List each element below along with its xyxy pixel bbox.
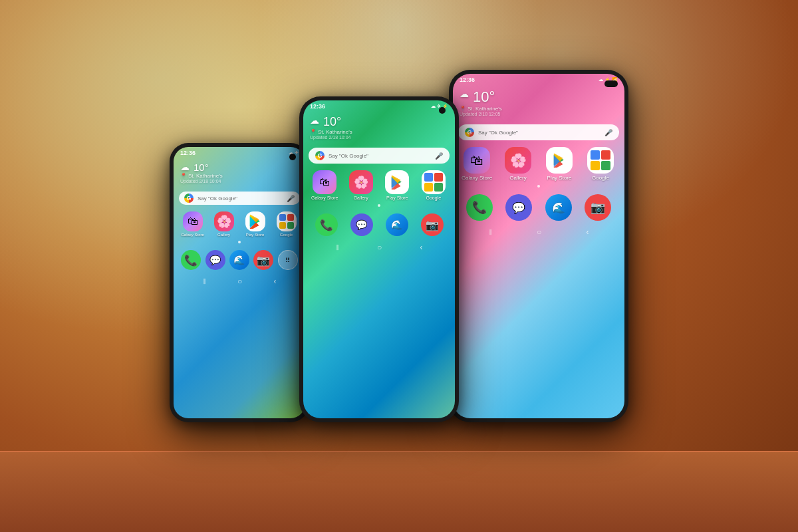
google-label-right: Google	[592, 175, 609, 181]
nav-bar-right: ⫴ ○ ‹	[453, 225, 624, 239]
nav-back-right[interactable]: ‹	[586, 227, 589, 237]
gallery-icon-right: 🌸	[505, 147, 531, 174]
nav-bar-center: ⫴ ○ ‹	[303, 240, 455, 255]
camera-dock-center[interactable]: 📷	[421, 213, 444, 236]
galaxy-store-left[interactable]: 🛍 Galaxy Store	[179, 211, 206, 237]
app-grid-right: 🛍 Galaxy Store 🌸 Gallery	[453, 144, 624, 184]
search-text-left: Say "Ok Google"	[198, 196, 283, 201]
status-bar-left: 12:36 ☁ ✈	[174, 147, 305, 158]
google-left[interactable]: Google	[273, 211, 300, 237]
galaxy-store-right[interactable]: 🛍 Galaxy Store	[458, 147, 495, 181]
galaxy-store-icon-right: 🛍	[464, 147, 490, 174]
camera-dock-left[interactable]: 📷	[253, 250, 273, 270]
google-grid-icon-center	[422, 170, 446, 194]
google-logo-right: G	[465, 128, 474, 137]
weather-temp-left: ☁ 10°	[180, 162, 299, 173]
galaxy-store-label-right: Galaxy Store	[462, 175, 492, 181]
play-store-center[interactable]: Play Store	[381, 170, 414, 200]
app-grid-center: 🛍 Galaxy Store 🌸 Gallery	[303, 168, 455, 203]
weather-temp-right: ☁ 10°	[460, 88, 618, 106]
page-dot-right	[537, 185, 540, 188]
mic-icon-left: 🎤	[287, 195, 295, 202]
camera-hole-left	[289, 154, 296, 160]
phone-center: 12:36 ☁ ✈ ⚡ ☁ 10° 📍 St. Katharine's	[299, 96, 459, 422]
gallery-label-right: Gallery	[509, 175, 526, 181]
cloud-icon-right: ☁	[460, 88, 469, 99]
weather-right: ☁ 10° 📍 St. Katharine's Updated 2/18 12:…	[453, 84, 624, 120]
search-bar-right[interactable]: G Say "Ok Google" 🎤	[458, 124, 619, 140]
apps-dock-left[interactable]: ⠿	[278, 250, 298, 270]
google-right[interactable]: Google	[582, 147, 619, 181]
galaxy-store-center[interactable]: 🛍 Galaxy Store	[309, 170, 341, 200]
google-logo-left: G	[184, 194, 194, 203]
galaxy-store-label-left: Galaxy Store	[181, 233, 204, 237]
messages-dock-left[interactable]: 💬	[205, 250, 225, 270]
app-grid-left: 🛍 Galaxy Store 🌸 Gallery	[174, 209, 305, 239]
play-store-label-center: Play Store	[386, 196, 408, 200]
cloud-icon-left: ☁	[180, 162, 190, 172]
weather-location-center: 📍 St. Katharine's	[310, 129, 448, 135]
status-bar-right: 12:36 ☁ ⚡ 📶	[453, 74, 624, 84]
gallery-left[interactable]: 🌸 Gallery	[210, 211, 237, 237]
mic-icon-right: 🎤	[604, 129, 612, 136]
weather-location-left: 📍 St. Katharine's	[180, 173, 299, 179]
nav-bar-left: ⫴ ○ ‹	[174, 274, 305, 289]
google-label-left: Google	[280, 233, 293, 237]
weather-updated-left: Updated 2/18 10:04	[180, 179, 299, 184]
galaxy-store-icon-center: 🛍	[313, 170, 336, 194]
google-grid-icon-right	[587, 147, 614, 174]
phone-dock-center[interactable]: 📞	[315, 213, 338, 236]
time-right: 12:36	[460, 76, 475, 83]
status-bar-center: 12:36 ☁ ✈ ⚡	[303, 100, 455, 111]
nav-recent-center[interactable]: ⫴	[336, 243, 339, 252]
messages-dock-right[interactable]: 💬	[505, 194, 532, 221]
phone-dock-right[interactable]: 📞	[466, 194, 493, 221]
weather-center: ☁ 10° 📍 St. Katharine's Updated 2/18 10:…	[303, 111, 455, 144]
gallery-center[interactable]: 🌸 Gallery	[345, 170, 378, 200]
cloud-icon-center: ☁	[310, 115, 319, 126]
messages-dock-center[interactable]: 💬	[350, 213, 373, 236]
play-store-label-right: Play Store	[547, 175, 572, 181]
nav-home-right[interactable]: ○	[537, 227, 541, 237]
background: 12:36 ☁ ✈ ☁ 10° 📍 St. Katharine's	[0, 0, 798, 532]
samsung-pay-dock-center[interactable]: 🌊	[386, 213, 408, 236]
nav-recent-right[interactable]: ⫴	[489, 227, 492, 237]
time-center: 12:36	[310, 103, 325, 110]
play-store-icon-right	[546, 147, 573, 174]
nav-back-center[interactable]: ‹	[420, 243, 422, 252]
galaxy-store-icon-left: 🛍	[183, 211, 203, 231]
weather-location-right: 📍 St. Katharine's	[460, 106, 618, 112]
bottom-dock-left: 📞 💬 🌊 📷 ⠿	[174, 247, 305, 273]
gallery-icon-center: 🌸	[349, 170, 373, 194]
search-bar-left[interactable]: G Say "Ok Google" 🎤	[179, 192, 300, 205]
play-store-right[interactable]: Play Store	[541, 147, 578, 181]
phone-right: 12:36 ☁ ⚡ 📶 ☁ 10° 📍 St. Katharine's	[449, 70, 628, 422]
camera-dock-right[interactable]: 📷	[585, 194, 611, 221]
galaxy-store-label-center: Galaxy Store	[311, 196, 338, 200]
samsung-pay-dock-left[interactable]: 🌊	[229, 250, 249, 270]
google-center[interactable]: Google	[418, 170, 450, 200]
gallery-label-center: Gallery	[354, 196, 368, 200]
phones-container: 12:36 ☁ ✈ ☁ 10° 📍 St. Katharine's	[170, 70, 628, 462]
mic-icon-center: 🎤	[435, 152, 443, 160]
nav-home-left[interactable]: ○	[237, 277, 242, 286]
play-store-left[interactable]: Play Store	[241, 211, 269, 237]
gallery-label-left: Gallery	[217, 233, 230, 237]
weather-left: ☁ 10° 📍 St. Katharine's Updated 2/18 10:…	[174, 158, 305, 188]
bottom-dock-center: 📞 💬 🌊 📷	[303, 211, 455, 239]
page-dot-center	[378, 204, 380, 207]
camera-hole-right	[604, 80, 618, 87]
gallery-right[interactable]: 🌸 Gallery	[499, 147, 537, 181]
search-text-center: Say "Ok Google"	[329, 153, 431, 159]
nav-recent-left[interactable]: ⫴	[203, 277, 206, 286]
google-logo-center: G	[315, 151, 325, 160]
phone-left-screen: 12:36 ☁ ✈ ☁ 10° 📍 St. Katharine's	[174, 147, 305, 418]
time-left: 12:36	[180, 150, 196, 156]
nav-home-center[interactable]: ○	[377, 243, 382, 252]
phone-dock-left[interactable]: 📞	[181, 250, 201, 270]
samsung-pay-dock-right[interactable]: 🌊	[545, 194, 572, 221]
search-bar-center[interactable]: G Say "Ok Google" 🎤	[309, 148, 450, 164]
nav-back-left[interactable]: ‹	[273, 277, 276, 286]
gallery-icon-left: 🌸	[214, 211, 234, 231]
weather-updated-right: Updated 2/18 12:05	[460, 112, 618, 116]
